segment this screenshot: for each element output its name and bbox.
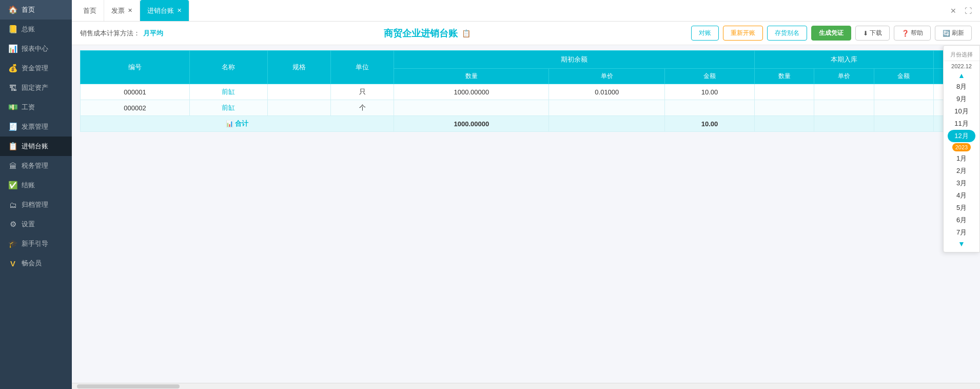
tab-invoice-label: 发票 [111, 6, 125, 15]
main-area: 首页 发票 ✕ 进销台账 ✕ ✕ ⛶ 销售成本计算方法： 月平均 商贸企业进销台 [72, 0, 980, 389]
col-sub-amount-in: 金额 [874, 69, 933, 84]
col-header-name: 名称 [189, 51, 267, 84]
closing-icon: ✅ [8, 181, 17, 190]
year-2023-tag: 2023 [952, 143, 971, 151]
cell-unit: 个 [330, 100, 394, 116]
cell-amount-open: 10.00 [665, 84, 755, 100]
tab-home[interactable]: 首页 [76, 0, 104, 21]
sidebar-item-label: 新手引导 [22, 239, 48, 248]
generate-voucher-button[interactable]: 生成凭证 [811, 26, 851, 41]
refresh-button[interactable]: 🔄 刷新 [935, 26, 972, 41]
invoice-mgmt-icon: 🧾 [8, 122, 17, 131]
salary-icon: 💵 [8, 103, 17, 112]
sidebar-item-finance[interactable]: 💰 资金管理 [0, 59, 72, 78]
cell-id: 000002 [81, 100, 190, 116]
scroll-down-button[interactable]: ▼ [944, 239, 979, 249]
total-label-cell: 📊 合计 [81, 116, 394, 132]
download-button[interactable]: ⬇ 下载 [855, 26, 890, 41]
month-panel: 月份选择 2022.12 ▲ 8月 9月 10月 11月 12月 2023 1月… [943, 45, 980, 252]
month-item-2023-2[interactable]: 2月 [944, 165, 979, 177]
tabs-window-controls: ✕ ⛶ [948, 6, 976, 16]
help-button[interactable]: ❓ 帮助 [894, 26, 931, 41]
month-item-2023-3[interactable]: 3月 [944, 177, 979, 189]
tax-icon: 🏛 [8, 162, 17, 170]
cell-spec [267, 84, 330, 100]
sidebar-item-salary[interactable]: 💵 工资 [0, 98, 72, 117]
window-expand-button[interactable]: ⛶ [963, 6, 974, 16]
title-edit-icon[interactable]: 📋 [462, 29, 471, 37]
cell-qty-open [394, 100, 549, 116]
month-item-2023-7[interactable]: 7月 [944, 226, 979, 239]
col-sub-price-in: 单价 [814, 69, 874, 84]
cost-method-value: 月平均 [143, 29, 163, 38]
month-item-2023-5[interactable]: 5月 [944, 202, 979, 214]
month-panel-year-2022: 2022.12 [944, 63, 979, 69]
cell-name: 前缸 [189, 100, 267, 116]
month-item-8[interactable]: 8月 [944, 81, 979, 93]
scroll-up-button[interactable]: ▲ [944, 70, 979, 81]
col-sub-qty-open: 数量 [394, 69, 549, 84]
window-close-button[interactable]: ✕ [948, 6, 958, 16]
sidebar-item-vip[interactable]: V 畅会员 [0, 254, 72, 273]
total-label: 合计 [235, 120, 248, 127]
month-item-10[interactable]: 10月 [944, 105, 979, 118]
toolbar: 销售成本计算方法： 月平均 商贸企业进销台账 📋 对账 重新开账 存货别名 生成… [72, 22, 980, 45]
sidebar: 🏠 首页 📒 总账 📊 报表中心 💰 资金管理 🏗 固定资产 💵 工资 🧾 发票… [0, 0, 72, 389]
reports-icon: 📊 [8, 44, 17, 53]
tab-home-label: 首页 [83, 6, 96, 15]
sidebar-item-closing[interactable]: ✅ 结账 [0, 176, 72, 195]
content-area: 销售成本计算方法： 月平均 商贸企业进销台账 📋 对账 重新开账 存货别名 生成… [72, 22, 980, 389]
cell-qty-in [754, 84, 814, 100]
purchase-sales-table: 编号 名称 规格 单位 期初余额 本期入库 数量 单价 金额 数量 [80, 50, 972, 132]
sidebar-item-label: 进销台账 [22, 142, 48, 151]
toolbar-right: 对账 重新开账 存货别名 生成凭证 ⬇ 下载 ❓ 帮助 🔄 刷新 [691, 26, 972, 41]
reconcile-button[interactable]: 对账 [691, 26, 719, 41]
month-item-11[interactable]: 11月 [944, 118, 979, 130]
cell-spec [267, 100, 330, 116]
sidebar-item-label: 税务管理 [22, 161, 48, 170]
tab-purchase-sales-close[interactable]: ✕ [177, 7, 182, 14]
toolbar-left: 销售成本计算方法： 月平均 [80, 29, 163, 38]
sidebar-item-tax[interactable]: 🏛 税务管理 [0, 156, 72, 176]
archive-icon: 🗂 [8, 201, 17, 209]
sidebar-item-purchase-sales[interactable]: 📋 进销台账 [0, 137, 72, 156]
sidebar-item-label: 归档管理 [22, 200, 48, 209]
tab-invoice[interactable]: 发票 ✕ [104, 0, 140, 21]
page-title: 商贸企业进销台账 📋 [167, 27, 687, 40]
table-container[interactable]: 编号 名称 规格 单位 期初余额 本期入库 数量 单价 金额 数量 [72, 45, 980, 383]
total-amount-open: 10.00 [665, 116, 755, 132]
sidebar-item-assets[interactable]: 🏗 固定资产 [0, 78, 72, 98]
cost-method-label: 销售成本计算方法： [80, 29, 140, 38]
assets-icon: 🏗 [8, 84, 17, 92]
refresh-icon: 🔄 [943, 30, 950, 37]
sidebar-item-guide[interactable]: 🎓 新手引导 [0, 234, 72, 254]
month-item-2023-6[interactable]: 6月 [944, 214, 979, 226]
sidebar-item-home[interactable]: 🏠 首页 [0, 0, 72, 20]
sidebar-item-ledger[interactable]: 📒 总账 [0, 20, 72, 39]
total-amount-in [874, 116, 933, 132]
reopen-button[interactable]: 重新开账 [723, 26, 763, 41]
tab-purchase-sales[interactable]: 进销台账 ✕ [140, 0, 189, 21]
cell-price-open [549, 100, 665, 116]
month-item-2023-1[interactable]: 1月 [944, 152, 979, 165]
sidebar-item-label: 工资 [22, 103, 35, 112]
tab-invoice-close[interactable]: ✕ [128, 7, 132, 14]
sidebar-item-label: 首页 [22, 5, 35, 14]
cell-id: 000001 [81, 84, 190, 100]
sidebar-item-reports[interactable]: 📊 报表中心 [0, 39, 72, 59]
sidebar-item-settings[interactable]: ⚙ 设置 [0, 215, 72, 234]
sidebar-item-archive[interactable]: 🗂 归档管理 [0, 195, 72, 215]
col-header-inbound: 本期入库 [754, 51, 933, 69]
cell-amount-open [665, 100, 755, 116]
month-item-9[interactable]: 9月 [944, 93, 979, 105]
scroll-thumb[interactable] [77, 384, 180, 388]
bottom-scrollbar[interactable] [72, 383, 980, 389]
sidebar-item-invoice-mgmt[interactable]: 🧾 发票管理 [0, 117, 72, 137]
month-item-2023-4[interactable]: 4月 [944, 189, 979, 202]
save-alias-button[interactable]: 存货别名 [767, 26, 807, 41]
sidebar-item-label: 设置 [22, 220, 35, 229]
sidebar-item-label: 报表中心 [22, 44, 48, 53]
month-item-12-active[interactable]: 12月 [948, 130, 975, 142]
sidebar-item-label: 总账 [22, 25, 35, 34]
col-header-spec: 规格 [267, 51, 330, 84]
